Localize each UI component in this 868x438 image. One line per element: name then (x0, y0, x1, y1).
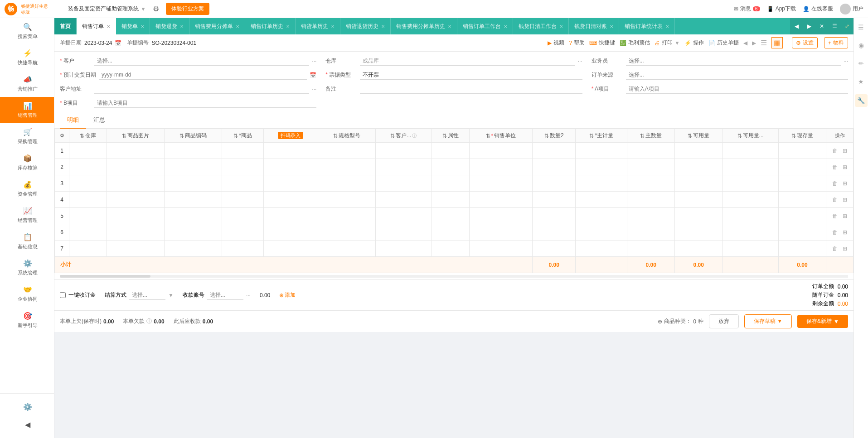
tab-grid-button[interactable]: ☰ (828, 18, 841, 34)
history-btn[interactable]: 📄 历史单据 (708, 39, 739, 47)
help-btn[interactable]: ? 帮助 (569, 39, 585, 47)
delivery-calendar-icon[interactable]: 📅 (310, 72, 316, 78)
row-delete-btn[interactable]: 🗑 (831, 228, 839, 236)
warehouse-more[interactable]: ··· (578, 58, 582, 64)
account-input[interactable] (207, 290, 243, 300)
tab-sales-order-history-close[interactable]: ✕ (286, 24, 290, 29)
scan-btn[interactable]: 扫码录入 (278, 132, 303, 139)
number-value[interactable]: SO-20230324-001 (151, 40, 196, 46)
profit-btn[interactable]: 💹 毛利预估 (620, 39, 650, 47)
tab-sales-order-workbench[interactable]: 销售订单工作台 ✕ (457, 18, 513, 34)
nav-next-btn[interactable]: ▶ (752, 40, 756, 46)
row-delete-btn[interactable]: 🗑 (831, 147, 839, 155)
solution-button[interactable]: 体验行业方案 (166, 3, 209, 15)
b-project-input[interactable] (94, 98, 316, 108)
notification-item[interactable]: ✉ 消息 6 (734, 5, 760, 13)
horizontal-scrollbar[interactable] (60, 275, 848, 278)
nav-prev-btn[interactable]: ◀ (743, 40, 747, 46)
tab-summary[interactable]: 汇总 (86, 112, 112, 129)
row-delete-btn[interactable]: 🗑 (831, 163, 839, 171)
address-input[interactable] (94, 84, 309, 94)
row-delete-btn[interactable]: 🗑 (831, 212, 839, 220)
row-copy-btn[interactable]: ⊞ (841, 212, 849, 220)
view-btn[interactable]: ▶ 视频 (548, 39, 564, 47)
print-dropdown-icon[interactable]: ▼ (674, 40, 680, 46)
app-download-item[interactable]: 📱 App下载 (767, 5, 796, 13)
tab-sales-order-workbench-close[interactable]: ✕ (504, 24, 507, 29)
tab-cash-reconcile-close[interactable]: ✕ (610, 24, 613, 29)
th-settings[interactable]: ⚙ (55, 129, 69, 143)
sidebar-item-enterprise[interactable]: 🤝 企业协同 (0, 281, 54, 307)
right-panel-icon-4[interactable]: ★ (856, 76, 867, 87)
online-service-item[interactable]: 👤 在线客服 (803, 5, 833, 13)
tab-sales-order-history[interactable]: 销售订单历史 ✕ (245, 18, 296, 34)
remark-input[interactable] (360, 84, 582, 94)
tab-sales-return-history-close[interactable]: ✕ (331, 24, 335, 29)
row-delete-btn[interactable]: 🗑 (831, 196, 839, 204)
right-panel-icon-3[interactable]: ✏ (856, 58, 867, 69)
tab-sales-refund[interactable]: 销货退货 ✕ (150, 18, 189, 34)
tab-sales-order-close[interactable]: ✕ (107, 24, 110, 29)
row-copy-btn[interactable]: ⊞ (841, 228, 849, 236)
user-item[interactable]: 用户 (840, 4, 863, 14)
customer-more[interactable]: ··· (312, 58, 316, 64)
payment-dropdown[interactable]: ▼ (168, 292, 174, 298)
discard-button[interactable]: 放弃 (709, 314, 739, 328)
tab-more-button[interactable]: ✕ (815, 18, 828, 34)
right-panel-icon-1[interactable]: ☰ (856, 22, 867, 33)
sidebar-item-collapse[interactable]: ◀ (0, 416, 54, 433)
right-panel-icon-5[interactable]: 🔧 (855, 94, 868, 107)
row-delete-btn[interactable]: 🗑 (831, 179, 839, 188)
tab-sales-refund-close[interactable]: ✕ (180, 24, 184, 29)
sidebar-item-purchase[interactable]: 🛒 采购管理 (0, 123, 54, 149)
tab-cash-reconcile[interactable]: 钱货日清对账 ✕ (569, 18, 619, 34)
view-toggle-grid[interactable]: ▦ (771, 37, 783, 48)
tab-sales-return-history[interactable]: 销货单历史 ✕ (296, 18, 340, 34)
sidebar-item-marketing[interactable]: 📣 营销推广 (0, 71, 54, 97)
account-more[interactable]: ··· (246, 292, 251, 298)
add-material-button[interactable]: + 物料 (824, 37, 848, 48)
dropdown-icon[interactable]: ▼ (834, 318, 839, 325)
sidebar-item-sales[interactable]: 📊 销售管理 (0, 97, 54, 123)
tab-expand-button[interactable]: ⤢ (841, 18, 853, 34)
order-source-input[interactable] (626, 70, 848, 80)
right-panel-icon-2[interactable]: ◉ (856, 40, 867, 51)
row-copy-btn[interactable]: ⊞ (841, 163, 849, 171)
print-btn[interactable]: 🖨 打印 ▼ (655, 39, 680, 47)
tab-sales-expense-split-close[interactable]: ✕ (236, 24, 239, 29)
sidebar-item-operation[interactable]: 📈 经营管理 (0, 202, 54, 228)
tab-sales-refund-history[interactable]: 销货退货历史 ✕ (340, 18, 391, 34)
ticket-select[interactable]: 不开票 增值税普通发票 增值税专用发票 (360, 70, 582, 80)
row-copy-btn[interactable]: ⊞ (841, 245, 849, 253)
dropdown-icon[interactable]: ▼ (777, 318, 782, 324)
sidebar-item-settings[interactable]: ⚙️ (0, 398, 54, 416)
tab-sales-return[interactable]: 销货单 ✕ (116, 18, 150, 34)
settings-icon[interactable]: ⚙ (150, 3, 162, 15)
add-button[interactable]: ⊕ 添加 (279, 291, 296, 299)
sidebar-item-search[interactable]: 🔍 搜索菜单 (0, 18, 54, 44)
tab-prev-button[interactable]: ◀ (790, 18, 803, 34)
payment-input[interactable] (129, 290, 165, 300)
shortcut-btn[interactable]: ⌨ 快捷键 (589, 39, 615, 47)
save-new-button[interactable]: 保存&新增 ▼ (797, 315, 848, 328)
sidebar-item-inventory[interactable]: 📦 库存核算 (0, 149, 54, 176)
tab-next-button[interactable]: ▶ (803, 18, 815, 34)
tab-sales-order[interactable]: 销售订单 ✕ (77, 18, 116, 34)
agent-more[interactable]: ··· (844, 58, 848, 64)
row-copy-btn[interactable]: ⊞ (841, 147, 849, 155)
save-draft-button[interactable]: 保存草稿 ▼ (744, 314, 792, 328)
tab-detail[interactable]: 明细 (60, 112, 86, 129)
one-click-checkbox[interactable] (60, 292, 66, 298)
tab-sales-expense-split[interactable]: 销售费用分摊单 ✕ (189, 18, 245, 34)
tab-sales-stats-close[interactable]: ✕ (665, 24, 669, 29)
tab-cash-daily-workbench-close[interactable]: ✕ (559, 24, 563, 29)
row-copy-btn[interactable]: ⊞ (841, 196, 849, 204)
delivery-input[interactable] (99, 70, 307, 80)
a-project-input[interactable] (626, 84, 848, 94)
calendar-icon[interactable]: 📅 (115, 40, 121, 46)
tab-sales-expense-history[interactable]: 销售费用分摊单历史 ✕ (391, 18, 457, 34)
sidebar-item-finance[interactable]: 💰 资金管理 (0, 176, 54, 202)
sidebar-item-basic[interactable]: 📋 基础信息 (0, 228, 54, 255)
sidebar-item-guide[interactable]: 🎯 新手引导 (0, 307, 54, 333)
agent-input[interactable] (626, 56, 841, 66)
